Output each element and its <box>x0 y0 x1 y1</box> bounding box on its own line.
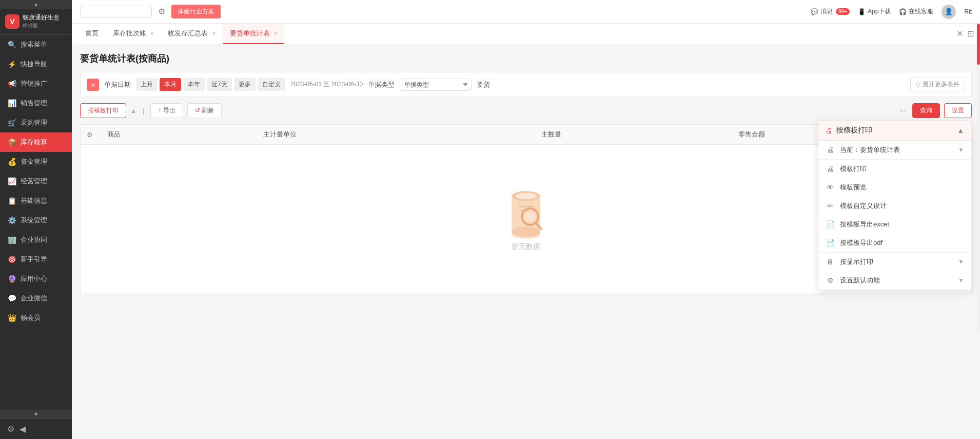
dropdown-item-template-print-label: 模板打印 <box>840 164 867 174</box>
dropdown-current-item[interactable]: 🖨 当前：要货单统计表 ▼ <box>818 141 971 159</box>
dropdown-item-template-preview[interactable]: 👁 模板预览 <box>818 178 971 197</box>
sidebar-item-search[interactable]: 🔍 搜索菜单 <box>0 35 72 54</box>
sidebar-scroll-down[interactable]: ▼ <box>0 410 72 418</box>
topbar-gear-icon[interactable]: ⚙ <box>158 7 165 16</box>
filter-date-this-month[interactable]: 本月 <box>160 78 181 91</box>
table-settings-icon[interactable]: ⚙ <box>87 131 93 139</box>
sidebar-item-apps[interactable]: 🔮 应用中心 <box>0 269 72 289</box>
sidebar-item-basic[interactable]: 📋 基础信息 <box>0 191 72 211</box>
svg-point-3 <box>516 193 536 199</box>
tabs-close-btn[interactable]: ✕ <box>956 29 963 39</box>
dropdown-item-export-excel[interactable]: 📄 按模板导出excel <box>818 215 971 234</box>
filter-date-group: 上月 本月 本年 近7天 更多 自定义 <box>136 78 285 91</box>
sidebar-item-sales-label: 销售管理 <box>21 99 47 108</box>
sidebar-item-quick-nav[interactable]: ⚡ 快捷导航 <box>0 54 72 74</box>
dropdown-title: 按模板打印 <box>836 126 872 135</box>
sidebar-item-sales[interactable]: 📊 销售管理 <box>0 93 72 113</box>
toolbar-divider: | <box>143 107 144 114</box>
sidebar-item-finance[interactable]: 💰 资金管理 <box>0 152 72 171</box>
export-btn[interactable]: ↑ 导出 <box>150 103 183 118</box>
dropdown-display-print-chevron: ▼ <box>958 258 964 265</box>
main-area: ⚙ 体验行业方案 💬 消息 99+ 📱 App下载 🎧 在线客服 👤 Rit <box>72 0 980 439</box>
sidebar-item-wechat[interactable]: 💬 企业微信 <box>0 289 72 308</box>
sidebar-item-purchase-label: 采购管理 <box>21 118 47 127</box>
tabs-maximize-btn[interactable]: ⊡ <box>967 29 974 39</box>
footer-settings-icon[interactable]: ⚙ <box>7 424 14 434</box>
sidebar-item-purchase[interactable]: 🛒 采购管理 <box>0 113 72 132</box>
marketing-icon: 📢 <box>7 80 16 88</box>
empty-state-text: 暂无数据 <box>512 242 540 252</box>
filter-date-last-month[interactable]: 上月 <box>136 78 158 91</box>
finance-icon: 💰 <box>7 158 16 166</box>
dropdown-item-template-custom[interactable]: ✏ 模板自定义设计 <box>818 197 971 215</box>
tab-order-stats[interactable]: 要货单统计表 × <box>223 24 284 44</box>
toolbar-more-btn[interactable]: ··· <box>897 104 908 118</box>
scrollbar-thumb <box>977 44 980 65</box>
message-icon: 💬 <box>811 8 818 15</box>
app-download-icon: 📱 <box>858 8 866 15</box>
dropdown-item-template-print[interactable]: 🖨 模板打印 <box>818 160 971 178</box>
dropdown-item-export-pdf[interactable]: 📄 按模板导出pdf <box>818 234 971 252</box>
current-template-icon: 🖨 <box>826 146 835 154</box>
dropdown-display-print[interactable]: 🖥 按显示打印 ▼ <box>818 253 971 271</box>
sidebar-item-member[interactable]: 👑 畅会员 <box>0 308 72 328</box>
dropdown-set-default-left: ⚙ 设置默认功能 <box>826 276 880 285</box>
settings-btn[interactable]: 设置 <box>944 103 972 118</box>
sidebar-item-wechat-label: 企业微信 <box>21 294 47 303</box>
filter-type-select[interactable]: 单据类型 <box>400 79 472 91</box>
sidebar-item-enterprise[interactable]: 🏢 企业协同 <box>0 230 72 250</box>
dropdown-set-default[interactable]: ⚙ 设置默认功能 ▼ <box>818 271 971 290</box>
filter-order-type-label: 要货 <box>477 80 490 89</box>
message-label: 消息 <box>820 7 833 16</box>
print-chevron-up[interactable]: ▲ <box>130 107 136 114</box>
right-scrollbar[interactable] <box>977 44 980 332</box>
tab-receipts-summary[interactable]: 收发存汇总表 × <box>161 24 222 44</box>
sidebar-item-guide[interactable]: 🎯 新手引导 <box>0 250 72 269</box>
tab-receipts-summary-close[interactable]: × <box>212 30 215 36</box>
topbar-avatar[interactable]: 👤 <box>942 5 956 19</box>
guide-icon: 🎯 <box>7 255 16 263</box>
footer-sound-icon[interactable]: ◀ <box>19 424 26 434</box>
topbar-message[interactable]: 💬 消息 99+ <box>811 7 850 16</box>
sidebar-item-marketing[interactable]: 📢 营销推广 <box>0 74 72 93</box>
empty-state-icon <box>500 186 552 242</box>
print-header-icon: 🖨 <box>826 127 832 135</box>
sidebar-item-enterprise-label: 企业协同 <box>21 235 47 244</box>
sidebar-nav: 🔍 搜索菜单 ⚡ 快捷导航 📢 营销推广 📊 销售管理 🛒 采购管理 📦 库存核… <box>0 35 72 410</box>
service-icon: 🎧 <box>899 8 907 15</box>
sidebar-item-inventory[interactable]: 📦 库存核算 <box>0 132 72 152</box>
sidebar-item-operations[interactable]: 📈 经营管理 <box>0 171 72 191</box>
dropdown-item-export-excel-label: 按模板导出excel <box>840 220 889 229</box>
filter-date-this-year[interactable]: 本年 <box>183 78 205 91</box>
dropdown-current-chevron: ▼ <box>958 146 964 154</box>
trial-btn[interactable]: 体验行业方案 <box>171 5 221 18</box>
tab-batch-account-label: 库存批次账 <box>113 29 146 38</box>
tab-receipts-summary-label: 收发存汇总表 <box>168 29 208 38</box>
tab-batch-account[interactable]: 库存批次账 × <box>106 24 161 44</box>
filter-date-custom[interactable]: 自定义 <box>258 78 285 91</box>
sidebar: ▲ V 畅康通好生意 标准版 🔍 搜索菜单 ⚡ 快捷导航 📢 营销推广 📊 销售… <box>0 0 72 439</box>
filter-expand-conditions-btn[interactable]: ▽ 展开更多条件 <box>910 78 965 91</box>
topbar-online-service[interactable]: 🎧 在线客服 <box>899 7 933 16</box>
filter-expand-btn[interactable]: » <box>87 79 99 91</box>
export-icon: ↑ <box>158 107 161 114</box>
print-btn[interactable]: 按模板打印 <box>80 103 126 118</box>
dropdown-collapse-icon[interactable]: ▲ <box>957 126 964 135</box>
sidebar-item-system[interactable]: ⚙️ 系统管理 <box>0 211 72 230</box>
app-download-label: App下载 <box>868 7 891 16</box>
avatar-img: 👤 <box>945 8 953 15</box>
tab-home[interactable]: 首页 <box>78 24 106 44</box>
query-btn[interactable]: 查询 <box>912 103 940 118</box>
filter-date-7days[interactable]: 近7天 <box>207 78 232 91</box>
export-excel-icon: 📄 <box>826 220 835 228</box>
purchase-icon: 🛒 <box>7 119 16 127</box>
tab-batch-account-close[interactable]: × <box>150 30 153 36</box>
set-default-icon: ⚙ <box>826 276 835 284</box>
filter-date-more[interactable]: 更多 <box>234 78 256 91</box>
refresh-btn[interactable]: ↺ 刷新 <box>187 103 222 118</box>
sidebar-scroll-up[interactable]: ▲ <box>0 0 72 9</box>
topbar-app-download[interactable]: 📱 App下载 <box>858 7 891 16</box>
enterprise-icon: 🏢 <box>7 236 16 244</box>
topbar-search-input[interactable] <box>80 6 152 18</box>
tab-order-stats-close[interactable]: × <box>274 30 277 36</box>
